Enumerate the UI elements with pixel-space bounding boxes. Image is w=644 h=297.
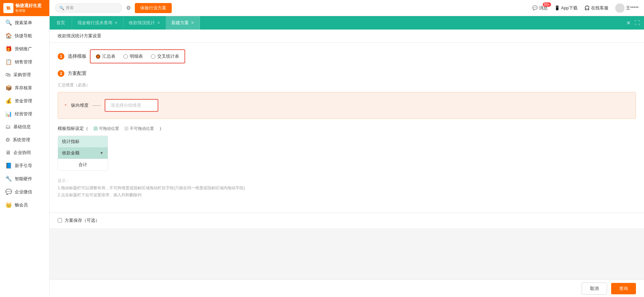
tab-close-collection-stats[interactable]: ✕ <box>157 20 160 25</box>
username: 王***** <box>626 5 639 11</box>
sidebar-item-hardware[interactable]: 🔧 智能硬件 <box>0 172 49 185</box>
template-summary[interactable]: 汇总表 <box>96 53 115 59</box>
hardware-icon: 🔧 <box>5 176 12 182</box>
logo-icon: 畅 <box>3 3 13 13</box>
tab-close-new-plan[interactable]: ✕ <box>191 20 194 25</box>
operations-icon: 📊 <box>5 111 12 117</box>
message-badge: 99+ <box>543 2 551 7</box>
vertical-dimension-row: * 纵向维度 —— 请选择分组维度 <box>65 99 629 112</box>
step2-section: 2 方案配置 汇总维度（必选） * 纵向维度 —— 请选择分组维度 <box>58 70 636 199</box>
sidebar-item-search-menu[interactable]: 🔍 搜索菜单 <box>0 16 49 29</box>
gift-icon: 🎁 <box>5 46 12 52</box>
system-icon: ⚙ <box>5 137 10 143</box>
sidebar-item-finance[interactable]: 💰 资金管理 <box>0 94 49 107</box>
basic-info-icon: 🗂 <box>5 124 11 130</box>
search-bar[interactable]: 🔍 搜索 <box>55 3 122 12</box>
page-title: 收款情况统计方案设置 <box>50 30 644 43</box>
sidebar-item-guide[interactable]: 📘 新手引导 <box>0 159 49 172</box>
sidebar-item-weixin[interactable]: 💬 企业微信 <box>0 185 49 198</box>
sidebar-item-operations[interactable]: 📊 经营管理 <box>0 107 49 120</box>
online-service-button[interactable]: 🎧 在线客服 <box>584 5 608 11</box>
search-icon: 🔍 <box>59 6 64 10</box>
step2-title: 方案配置 <box>68 70 87 77</box>
sidebar: 畅 畅捷通好生意 标准版 🔍 搜索菜单 🏠 快捷导航 🎁 营销推广 📋 销售管理… <box>0 0 50 297</box>
step2-header: 2 方案配置 <box>58 70 636 77</box>
app-icon: 📱 <box>554 5 560 10</box>
trial-button[interactable]: 体验行业方案 <box>135 3 172 13</box>
sidebar-item-quick-nav[interactable]: 🏠 快捷导航 <box>0 29 49 42</box>
group-dimension-select[interactable]: 请选择分组维度 <box>105 99 158 112</box>
main-area: 🔍 搜索 ⚙ 体验行业方案 💬 消息 99+ 📱 App下载 🎧 在线客服 王*… <box>50 0 644 297</box>
metrics-column-header[interactable]: 收款金额 ▼ <box>58 147 108 159</box>
bottom-action-bar: 取消 查询 <box>50 280 644 297</box>
tips-line1: 1.拖动标题栏可以调整布局，不可跨维度或指标区域拖动栏目字段(只能在同一维度或指… <box>58 185 636 192</box>
fixed-color-swatch <box>124 127 128 131</box>
close-window-icon[interactable]: ✕ <box>626 20 631 26</box>
home-icon: 🏠 <box>5 33 12 39</box>
sales-icon: 📋 <box>5 59 12 65</box>
tab-close-bank-flow[interactable]: ✕ <box>114 20 118 25</box>
tips-section: 提示： 1.拖动标题栏可以调整布局，不可跨维度或指标区域拖动栏目字段(只能在同一… <box>58 177 636 199</box>
metrics-config-title: 模板指标设定（ <box>58 126 88 132</box>
weixin-icon: 💬 <box>5 189 12 195</box>
tabbar-actions: ✕ ⛶ <box>622 16 644 30</box>
sidebar-item-marketing[interactable]: 🎁 营销推广 <box>0 42 49 55</box>
avatar <box>615 3 625 13</box>
search-menu-icon: 🔍 <box>5 19 12 26</box>
tabbar: 首页 现金银行流水查询 ✕ 收款情况统计 ✕ 新建方案 ✕ ✕ ⛶ <box>50 16 644 30</box>
tips-line2: 2.点击标题栏下拉可设置排序、插入列和删除列 <box>58 192 636 199</box>
step2-number: 2 <box>58 70 64 77</box>
search-placeholder: 搜索 <box>66 5 74 11</box>
metrics-config-header: 模板指标设定（ 可拖动位置 不可拖动位置 ） <box>58 126 636 132</box>
tab-new-plan[interactable]: 新建方案 ✕ <box>166 16 200 30</box>
save-plan-checkbox[interactable] <box>58 218 62 222</box>
legend-draggable: 可拖动位置 <box>94 126 119 132</box>
purchase-icon: 🛍 <box>5 72 11 78</box>
tab-collection-stats[interactable]: 收款情况统计 ✕ <box>123 16 166 30</box>
step1-title: 选择模板 <box>68 53 87 59</box>
dimension-grid: * 纵向维度 —— 请选择分组维度 <box>58 92 636 119</box>
dimension-title: 汇总维度（必选） <box>58 82 636 88</box>
logo-text: 畅捷通好生意 标准版 <box>15 3 42 13</box>
required-indicator: * <box>65 103 66 108</box>
metrics-total-row: 合计 <box>58 159 108 170</box>
tips-title: 提示： <box>58 178 70 183</box>
metrics-table: 统计指标 收款金额 ▼ 合计 <box>58 136 108 171</box>
guide-icon: 📘 <box>5 162 12 169</box>
sidebar-item-enterprise[interactable]: 🖥 企业协同 <box>0 146 49 159</box>
topbar-right: 💬 消息 99+ 📱 App下载 🎧 在线客服 王***** <box>532 3 639 13</box>
step1-number: 1 <box>58 53 64 60</box>
template-detail[interactable]: 明细表 <box>123 53 143 59</box>
template-cross-radio[interactable] <box>151 54 155 59</box>
user-avatar-button[interactable]: 王***** <box>615 3 639 13</box>
service-icon: 🎧 <box>584 5 590 10</box>
sidebar-item-system[interactable]: ⚙ 系统管理 <box>0 133 49 146</box>
sidebar-item-inventory[interactable]: 📦 库存核算 <box>0 81 49 94</box>
member-icon: 👑 <box>5 202 12 208</box>
sidebar-item-member[interactable]: 👑 畅会员 <box>0 198 49 211</box>
template-detail-radio[interactable] <box>123 54 128 59</box>
save-option-section: 方案保存（可选） <box>50 212 644 228</box>
form-area: 1 选择模板 汇总表 明细表 交叉统计表 <box>50 43 644 212</box>
legend-fixed: 不可拖动位置 <box>124 126 154 132</box>
maximize-icon[interactable]: ⛶ <box>635 20 640 26</box>
sidebar-item-purchase[interactable]: 🛍 采购管理 <box>0 68 49 81</box>
metrics-table-header: 统计指标 <box>58 136 108 147</box>
column-dropdown-icon[interactable]: ▼ <box>100 151 104 155</box>
save-plan-label: 方案保存（可选） <box>65 217 100 224</box>
step1-section: 1 选择模板 汇总表 明细表 交叉统计表 <box>58 49 636 63</box>
metrics-config-title-suffix: ） <box>159 126 164 132</box>
message-button[interactable]: 💬 消息 99+ <box>532 5 548 11</box>
cancel-button[interactable]: 取消 <box>582 283 607 295</box>
sidebar-item-sales[interactable]: 📋 销售管理 <box>0 55 49 68</box>
template-cross[interactable]: 交叉统计表 <box>151 53 179 59</box>
query-button[interactable]: 查询 <box>611 283 636 294</box>
sidebar-item-basic-info[interactable]: 🗂 基础信息 <box>0 120 49 133</box>
enterprise-icon: 🖥 <box>5 150 11 156</box>
tab-bank-flow[interactable]: 现金银行流水查询 ✕ <box>72 16 123 30</box>
tab-home[interactable]: 首页 <box>50 16 72 30</box>
step1-header: 1 选择模板 汇总表 明细表 交叉统计表 <box>58 49 636 63</box>
template-summary-radio[interactable] <box>96 54 100 59</box>
settings-icon[interactable]: ⚙ <box>126 5 131 11</box>
app-download-button[interactable]: 📱 App下载 <box>554 5 578 11</box>
